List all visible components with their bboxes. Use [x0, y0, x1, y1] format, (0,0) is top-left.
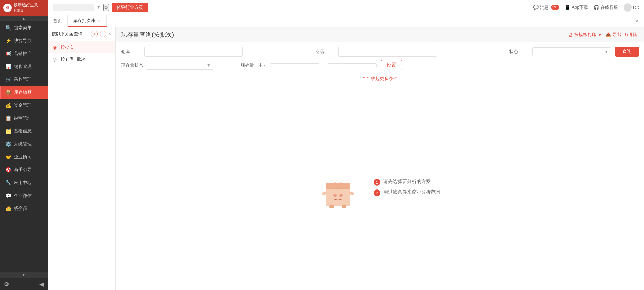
search-icon: 🔍: [5, 25, 11, 31]
stock-qty-dash: —: [319, 63, 328, 68]
topbar-search-input[interactable]: [53, 4, 94, 11]
left-panel-actions: + ⊙ «: [91, 31, 111, 37]
status-filter: 状态 ▼: [509, 47, 611, 56]
svg-rect-0: [326, 187, 350, 206]
warehouse-more-icon[interactable]: …: [234, 49, 240, 55]
tip-item-2: 2 用过滤条件来缩小分析范围: [374, 189, 440, 196]
message-button[interactable]: 💬 消息 99+: [533, 4, 559, 11]
plan-item-by-warehouse-batch[interactable]: ◎ 按仓库+批次: [48, 53, 115, 66]
empty-svg: [319, 169, 360, 210]
enterprise-icon: 🤝: [5, 154, 11, 160]
topbar-right: 💬 消息 99+ 📱 App下载 🎧 在线客服 Rit: [533, 3, 639, 12]
settings-button[interactable]: 设置: [381, 60, 402, 70]
collapse-more-button[interactable]: ⌃⌃ 收起更多条件: [121, 74, 639, 84]
stock-qty-to[interactable]: [328, 63, 377, 67]
stock-status-select[interactable]: ▼: [146, 61, 214, 70]
left-panel: 按以下方案查询 + ⊙ « ◉ 按批次 ◎ 按仓库+批次: [48, 27, 116, 290]
stock-status-chevron-icon: ▼: [207, 63, 211, 68]
svg-point-5: [339, 194, 343, 197]
online-service-button[interactable]: 🎧 在线客服: [594, 4, 618, 11]
product-filter: 商品 …: [315, 47, 505, 57]
sidebar-item-basics[interactable]: 🗂️ 基础信息: [0, 125, 48, 138]
inactive-plan-icon: ◎: [52, 56, 58, 62]
print-button[interactable]: 🖨 按模板打印 ▼: [569, 32, 602, 38]
svg-point-4: [333, 194, 337, 197]
page-title: 现存量查询(按批次): [121, 31, 174, 39]
empty-tips: 1 请先选择要分析的方案 2 用过滤条件来缩小分析范围: [374, 179, 440, 200]
query-button[interactable]: 查询: [615, 47, 639, 57]
panel-close-button[interactable]: ×: [630, 18, 644, 24]
stock-status-filter: 现存量状态 ▼: [121, 61, 237, 70]
empty-inner: 1 请先选择要分析的方案 2 用过滤条件来缩小分析范围: [319, 169, 440, 210]
topbar-left: ▼ ⚙ 体验行业方案: [53, 3, 529, 12]
tip-text-2: 用过滤条件来缩小分析范围: [383, 189, 440, 195]
tab-home[interactable]: 首页: [48, 15, 68, 27]
sidebar-scroll-down[interactable]: ▼: [0, 272, 48, 278]
sidebar-collapse-button[interactable]: ◀: [39, 281, 44, 287]
wechat-icon: 💬: [5, 193, 11, 199]
status-chevron-icon: ▼: [604, 49, 608, 54]
active-plan-icon: ◉: [52, 44, 58, 50]
stock-qty-from[interactable]: [270, 63, 319, 67]
sidebar-scroll-up[interactable]: ▲: [0, 16, 48, 21]
sidebar-item-enterprise[interactable]: 🤝 企业协同: [0, 150, 48, 163]
product-more-icon[interactable]: …: [428, 49, 434, 55]
plan-list: ◉ 按批次 ◎ 按仓库+批次: [48, 41, 115, 290]
sidebar-item-guide[interactable]: 🎯 新手引导: [0, 163, 48, 176]
app-download-button[interactable]: 📱 App下载: [565, 4, 588, 11]
tip-text-1: 请先选择要分析的方案: [383, 179, 431, 185]
export-button[interactable]: 📤 导出: [606, 32, 621, 38]
sidebar-item-purchase[interactable]: 🛒 采购管理: [0, 73, 48, 86]
sidebar-item-search[interactable]: 🔍 搜索菜单: [0, 21, 48, 34]
status-select[interactable]: ▼: [532, 47, 611, 56]
quick-nav-icon: ⚡: [5, 38, 11, 44]
user-profile[interactable]: Rit: [624, 3, 639, 12]
status-label: 状态: [509, 49, 530, 55]
topbar-chevron-icon[interactable]: ▼: [97, 5, 101, 10]
sidebar-item-wechat[interactable]: 💬 企业微信: [0, 189, 48, 202]
filter-area: 仓库 … 商品 … 状态: [116, 42, 644, 88]
sidebar-item-sales[interactable]: 📊 销售管理: [0, 60, 48, 73]
tab-close-icon[interactable]: ×: [97, 18, 101, 24]
sidebar-item-inventory[interactable]: 📦 库存核算: [0, 86, 48, 99]
plan-settings-button[interactable]: ⊙: [100, 31, 106, 37]
tab-inventory-batch[interactable]: 库存批次账 ×: [68, 15, 107, 27]
add-plan-button[interactable]: +: [91, 31, 98, 37]
sidebar-item-marketing[interactable]: 📢 营销推广: [0, 47, 48, 60]
product-input[interactable]: …: [338, 47, 437, 57]
refresh-button[interactable]: ↻ 刷新: [625, 32, 639, 38]
headset-icon: 🎧: [594, 5, 599, 10]
tabbar: 首页 库存批次账 × ×: [48, 15, 644, 27]
user-name: Rit: [633, 5, 639, 10]
sidebar-item-quick-nav[interactable]: ⚡ 快捷导航: [0, 34, 48, 47]
empty-illustration: [319, 169, 360, 210]
trial-button[interactable]: 体验行业方案: [112, 3, 148, 12]
sidebar-item-operations[interactable]: 📋 经营管理: [0, 112, 48, 125]
product-label: 商品: [315, 49, 336, 55]
plan-item-by-batch[interactable]: ◉ 按批次: [48, 41, 115, 53]
sidebar-item-member[interactable]: 👑 畅会员: [0, 202, 48, 215]
svg-rect-7: [342, 205, 346, 208]
export-icon: 📤: [606, 32, 611, 37]
svg-rect-6: [329, 205, 334, 208]
finance-icon: 💰: [5, 102, 11, 108]
sidebar-settings-button[interactable]: ⚙: [4, 281, 9, 287]
apps-icon: 🔧: [5, 180, 11, 186]
warehouse-filter: 仓库 …: [121, 47, 311, 57]
app-edition: 标准版: [14, 8, 38, 13]
sidebar: 6 畅康通好生意 标准版 ▲ 🔍 搜索菜单 ⚡ 快捷导航 📢 营销推广 📊 销售…: [0, 0, 48, 290]
stock-status-label: 现存量状态: [121, 62, 143, 68]
company-name: 畅康通好生意: [14, 3, 38, 8]
guide-icon: 🎯: [5, 167, 11, 173]
marketing-icon: 📢: [5, 51, 11, 57]
topbar-gear-button[interactable]: ⚙: [103, 4, 109, 11]
left-panel-title: 按以下方案查询: [52, 31, 83, 37]
sidebar-item-system[interactable]: ⚙️ 系统管理: [0, 138, 48, 150]
sidebar-item-apps[interactable]: 🔧 应用中心: [0, 176, 48, 189]
sidebar-item-finance[interactable]: 💰 资金管理: [0, 99, 48, 112]
collapse-panel-button[interactable]: «: [108, 31, 111, 37]
message-badge: 99+: [551, 5, 559, 10]
warehouse-input[interactable]: …: [144, 47, 243, 57]
app-logo: 6: [3, 4, 12, 12]
right-panel: 现存量查询(按批次) 🖨 按模板打印 ▼ 📤 导出 ↻ 刷新: [116, 27, 644, 290]
